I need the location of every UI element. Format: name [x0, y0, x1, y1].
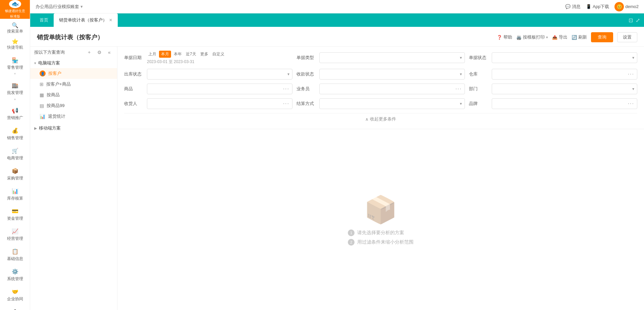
refresh-btn[interactable]: 🔄 刷新 [572, 34, 587, 40]
warehouse-control[interactable]: ··· [492, 69, 637, 80]
industry-selector[interactable]: 办公用品行业模拟账套 ▾ [36, 4, 83, 10]
date-tab-custom[interactable]: 自定义 [211, 51, 226, 58]
app-download-btn[interactable]: 📱 App下载 [586, 4, 609, 10]
scheme-item-return-stat[interactable]: 📊 退货统计 [30, 111, 117, 122]
empty-hint-2: 2 用过滤条件来缩小分析范围 [348, 239, 414, 246]
goods-label: 商品 [124, 86, 144, 92]
scheme-item-by-goods[interactable]: ▦ 按商品 [30, 90, 117, 100]
salesperson-control[interactable]: ··· [319, 84, 465, 94]
scheme-group-desktop-header[interactable]: ▾ 电脑端方案 [30, 58, 117, 68]
sidebar-item-sales[interactable]: 💰 销售管理 [0, 124, 30, 144]
username-label: demo2 [625, 4, 639, 9]
date-label: 单据日期 [124, 55, 144, 61]
scheme-item-by-customer-goods[interactable]: ⊞ 按客户+商品 [30, 79, 117, 90]
settings-button[interactable]: 设置 [617, 32, 637, 42]
settlement-control[interactable]: ▾ [319, 98, 465, 109]
scheme-item-label: 按客户+商品 [46, 81, 71, 87]
avatar: 😊 [614, 2, 624, 11]
doc-status-chevron-icon: ▾ [632, 55, 634, 60]
add-scheme-icon[interactable]: ＋ [86, 49, 93, 56]
print-icon: 🖨️ [516, 35, 522, 40]
scheme-item-label: 按客户 [48, 70, 61, 76]
sidebar-item-marketing[interactable]: 📢 营销推广 [0, 104, 30, 124]
out-status-control[interactable]: ▾ [147, 69, 292, 80]
tab-close-icon[interactable]: ✕ [109, 18, 112, 22]
scheme-group-mobile-header[interactable]: ▶ 移动端方案 [30, 123, 117, 133]
empty-illustration: 📦 [364, 194, 397, 225]
department-control[interactable]: ▾ [492, 84, 637, 94]
sidebar-item-wholesale[interactable]: 🏬 批发管理 ▴ [0, 79, 30, 104]
payment-status-control[interactable]: ▾ [319, 69, 465, 80]
refresh-icon: 🔄 [572, 35, 577, 40]
operations-icon: 📈 [12, 228, 18, 235]
window-restore-icon[interactable]: ⊡ [629, 17, 633, 23]
expand-chevron-icon: ▾ [34, 61, 36, 65]
user-profile[interactable]: 😊 demo2 [614, 2, 639, 11]
query-button[interactable]: 查询 [591, 32, 613, 42]
scheme-item-by-customer[interactable]: 👤 按客户 [30, 68, 117, 79]
page-header: 销货单统计表（按客户） ❓ 帮助 🖨️ 按模板打印 ▾ 📤 导出 [30, 27, 644, 47]
scheme-item-badge: 👤 [40, 70, 46, 76]
page-title: 销货单统计表（按客户） [37, 33, 103, 41]
sidebar-item-system[interactable]: ⚙️ 系统管理 [0, 265, 30, 285]
search-menu[interactable]: 🔍 搜索菜单 [7, 19, 23, 36]
recipient-control[interactable]: ··· [147, 98, 292, 109]
chart-icon: 📊 [40, 114, 45, 119]
download-icon: 📱 [586, 4, 591, 9]
industry-label: 办公用品行业模拟账套 [36, 4, 79, 10]
message-btn[interactable]: 💬 消息 [565, 4, 581, 10]
sidebar-item-newbie[interactable]: 🎓 新手引导 [0, 305, 30, 310]
date-tab-this-month[interactable]: 本月 [159, 51, 171, 58]
filter-row-4: 收货人 ··· 结算方式 ▾ [124, 98, 637, 109]
sidebar-item-finance[interactable]: 💳 资金管理 [0, 205, 30, 225]
goods-control[interactable]: ··· [147, 84, 292, 94]
scheme-item-by-goods-99[interactable]: ▤ 按商品99 [30, 100, 117, 111]
window-expand-icon[interactable]: ⤢ [636, 17, 640, 23]
edit-scheme-icon[interactable]: ⚙ [96, 49, 103, 56]
recipient-dots-icon: ··· [283, 101, 289, 107]
warehouse-dots-icon: ··· [628, 71, 634, 77]
export-icon: 📤 [552, 35, 557, 40]
scheme-group-desktop: ▾ 电脑端方案 👤 按客户 ⊞ 按客户+商品 [30, 58, 117, 123]
help-icon: ❓ [497, 35, 502, 40]
logo-icon: 🐟 [9, 0, 21, 8]
help-btn[interactable]: ❓ 帮助 [497, 34, 512, 40]
collapse-scheme-icon[interactable]: « [106, 49, 113, 56]
wholesale-icon: 🏬 [12, 82, 18, 89]
doc-type-chevron-icon: ▾ [460, 55, 462, 60]
date-tab-this-year[interactable]: 本年 [172, 51, 183, 58]
sidebar-logo[interactable]: 🐟 畅捷通好生意 标准版 [0, 0, 30, 19]
scheme-panel: 按以下方案查询 ＋ ⚙ « ▾ 电脑端方案 [30, 47, 117, 310]
sidebar-item-enterprise[interactable]: 🤝 企业协同 [0, 285, 30, 305]
sidebar-item-operations[interactable]: 📈 经营管理 [0, 225, 30, 245]
scheme-group-mobile-label: 移动端方案 [39, 125, 61, 131]
date-tab-last-month[interactable]: 上月 [147, 51, 158, 58]
doc-status-control[interactable]: ▾ [492, 52, 637, 63]
date-tab-7days[interactable]: 近7天 [184, 51, 198, 58]
page-actions: ❓ 帮助 🖨️ 按模板打印 ▾ 📤 导出 🔄 刷新 [497, 32, 637, 42]
sidebar-item-basic[interactable]: 📋 基础信息 [0, 245, 30, 265]
department-chevron-icon: ▾ [632, 87, 634, 91]
tab-sales-stat[interactable]: 销货单统计表（按客户） ✕ [54, 13, 118, 27]
settlement-chevron-icon: ▾ [460, 101, 462, 106]
brand-control[interactable]: ··· [492, 98, 637, 109]
sidebar-item-inventory[interactable]: 📊 库存核算 [0, 185, 30, 205]
sidebar-item-retail[interactable]: 🏪 零售管理 ▾ [0, 54, 30, 79]
brand-label: 品牌 [469, 101, 489, 107]
quick-nav[interactable]: ⭐ 快捷导航 [7, 36, 23, 52]
collapse-bar[interactable]: ∧ 收起更多条件 [124, 113, 637, 125]
tab-home[interactable]: 首页 [34, 13, 54, 27]
scheme-panel-header: 按以下方案查询 ＋ ⚙ « [30, 47, 117, 58]
date-tab-more[interactable]: 更多 [199, 51, 210, 58]
filter-out-status: 出库状态 ▾ [124, 69, 292, 80]
collapsed-chevron-icon: ▶ [34, 126, 37, 131]
filter-area: 单据日期 上月 本月 本年 近7天 更多 自定义 [117, 47, 644, 129]
sidebar-item-ecommerce[interactable]: 🛒 电商管理 [0, 144, 30, 164]
export-btn[interactable]: 📤 导出 [552, 34, 568, 40]
doc-type-control[interactable]: ▾ [319, 52, 465, 63]
sidebar-item-purchase[interactable]: 📦 采购管理 [0, 164, 30, 185]
finance-icon: 💳 [12, 208, 18, 214]
print-btn[interactable]: 🖨️ 按模板打印 ▾ [516, 34, 548, 40]
filter-doc-status: 单据状态 ▾ [469, 52, 637, 63]
topbar-left: 办公用品行业模拟账套 ▾ [36, 4, 83, 10]
